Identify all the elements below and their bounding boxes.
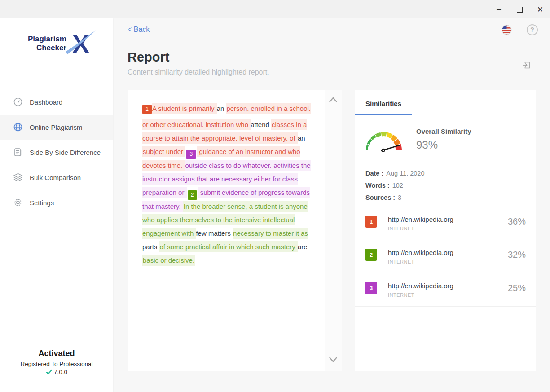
overall-similarity-value: 93% <box>416 139 471 151</box>
text-segment: necessary to master it as <box>233 228 308 239</box>
text-segment: are <box>298 243 308 251</box>
maximize-icon <box>517 7 523 13</box>
source-number-badge: 1 <box>365 216 377 228</box>
help-icon[interactable]: ? <box>527 24 538 35</box>
document-scrollbar <box>325 90 342 371</box>
meta-value: 3 <box>398 194 401 201</box>
scroll-down-icon[interactable] <box>328 356 338 365</box>
activation-version: 7.0.0 <box>0 369 113 375</box>
meta-value: 102 <box>392 182 403 189</box>
maximize-button[interactable] <box>509 0 530 18</box>
sidebar-menu: DashboardOnline PlagiarismSide By Side D… <box>0 89 113 215</box>
sidebar-item-label: Settings <box>30 199 54 207</box>
back-link[interactable]: < Back <box>128 26 150 34</box>
text-segment: an <box>217 105 226 112</box>
meta-row: Date :Aug 11, 2020 <box>365 170 536 177</box>
source-row[interactable]: 2http://en.wikipedia.orgINTERNET32% <box>355 240 536 273</box>
source-percent: 32% <box>508 250 526 260</box>
sidebar-item-settings[interactable]: Settings <box>0 190 113 215</box>
sidebar-item-side-by-side-difference[interactable]: Side By Side Difference <box>0 140 113 165</box>
scroll-up-icon[interactable] <box>328 96 338 105</box>
close-button[interactable]: ✕ <box>530 0 550 18</box>
topbar-divider <box>519 24 519 35</box>
source-percent: 36% <box>508 216 526 227</box>
source-row[interactable]: 1http://en.wikipedia.orgINTERNET36% <box>355 207 536 240</box>
text-segment: few matters <box>196 229 233 237</box>
document-card: 1A student is primarily an person. enrol… <box>128 90 342 371</box>
sidebar-item-dashboard[interactable]: Dashboard <box>0 89 113 115</box>
globe-icon <box>13 122 23 132</box>
source-info: http://en.wikipedia.orgINTERNET <box>388 216 453 231</box>
layers-icon <box>13 172 23 182</box>
source-type: INTERNET <box>388 292 453 298</box>
meta-value: Aug 11, 2020 <box>386 170 424 177</box>
sidebar-item-label: Side By Side Difference <box>30 149 101 156</box>
text-segment: subject under <box>142 146 185 157</box>
tab-similarities[interactable]: Similarities <box>355 90 401 107</box>
text-segment: A student is primarily <box>152 103 217 114</box>
sidebar-item-label: Bulk Comparison <box>30 174 81 181</box>
source-type: INTERNET <box>388 259 453 264</box>
activation-registered: Registered To Professional <box>0 361 113 367</box>
activation-status: Activated <box>0 349 113 358</box>
source-badge-2: 2 <box>188 190 197 200</box>
meta-label: Date : <box>365 170 383 177</box>
export-report-icon[interactable] <box>521 60 531 72</box>
activation-info: Activated Registered To Professional 7.0… <box>0 349 113 375</box>
source-type: INTERNET <box>388 226 453 231</box>
source-list: 1http://en.wikipedia.orgINTERNET36%2http… <box>355 207 536 307</box>
report-meta: Date :Aug 11, 2020Words :102Sources :3 <box>365 170 536 201</box>
text-segment: of some practical affair in which such m… <box>159 241 298 252</box>
logo-x-icon: X <box>65 29 97 61</box>
meta-label: Words : <box>365 182 390 189</box>
document-icon <box>13 147 23 157</box>
similarity-gauge-icon <box>363 122 408 154</box>
overall-similarity-label: Overall Similarity <box>416 128 471 135</box>
source-row[interactable]: 3http://en.wikipedia.orgINTERNET25% <box>355 273 536 307</box>
source-number-badge: 3 <box>365 282 377 294</box>
source-number-badge: 2 <box>365 249 377 261</box>
sidebar-item-label: Online Plagiarism <box>30 123 83 131</box>
similarities-panel: Similarities Overall Similarity 93% Date… <box>355 90 536 371</box>
top-bar: < Back ? <box>113 18 550 41</box>
app-logo: X Plagiarism Checker <box>12 29 101 62</box>
source-info: http://en.wikipedia.orgINTERNET <box>388 249 453 264</box>
sidebar-item-bulk-comparison[interactable]: Bulk Comparison <box>0 165 113 190</box>
source-percent: 25% <box>508 283 526 293</box>
sidebar-item-online-plagiarism[interactable]: Online Plagiarism <box>0 115 113 140</box>
meta-row: Words :102 <box>365 182 536 189</box>
text-segment: basic or decisive. <box>142 255 195 266</box>
title-bar: – ✕ <box>0 0 550 18</box>
minimize-button[interactable]: – <box>488 0 509 18</box>
meta-label: Sources : <box>365 194 395 201</box>
page-title: Report <box>128 50 269 65</box>
source-url[interactable]: http://en.wikipedia.org <box>388 216 453 223</box>
source-badge-3: 3 <box>186 150 196 159</box>
svg-text:X: X <box>72 30 89 58</box>
app-window: – ✕ X Plagiarism Checker DashboardOnline… <box>0 0 550 392</box>
highlighted-document-text: 1A student is primarily an person. enrol… <box>142 102 317 267</box>
text-segment: an <box>298 134 305 142</box>
source-url[interactable]: http://en.wikipedia.org <box>388 282 453 290</box>
sidebar: X Plagiarism Checker DashboardOnline Pla… <box>0 18 113 392</box>
dashboard-icon <box>13 97 23 107</box>
logo-text: Plagiarism Checker <box>28 35 66 53</box>
sidebar-item-label: Dashboard <box>30 98 62 106</box>
text-segment: attend <box>251 121 271 128</box>
gear-icon <box>13 198 23 207</box>
source-url[interactable]: http://en.wikipedia.org <box>388 249 453 256</box>
page-subtitle: Content similarity detailed highlighted … <box>128 68 269 76</box>
source-info: http://en.wikipedia.orgINTERNET <box>388 282 453 298</box>
tab-active-indicator <box>355 114 412 115</box>
text-segment: parts <box>142 243 159 251</box>
check-icon <box>46 369 53 375</box>
meta-row: Sources :3 <box>365 194 536 201</box>
source-badge-1: 1 <box>142 105 152 114</box>
language-flag-icon[interactable] <box>502 25 512 35</box>
